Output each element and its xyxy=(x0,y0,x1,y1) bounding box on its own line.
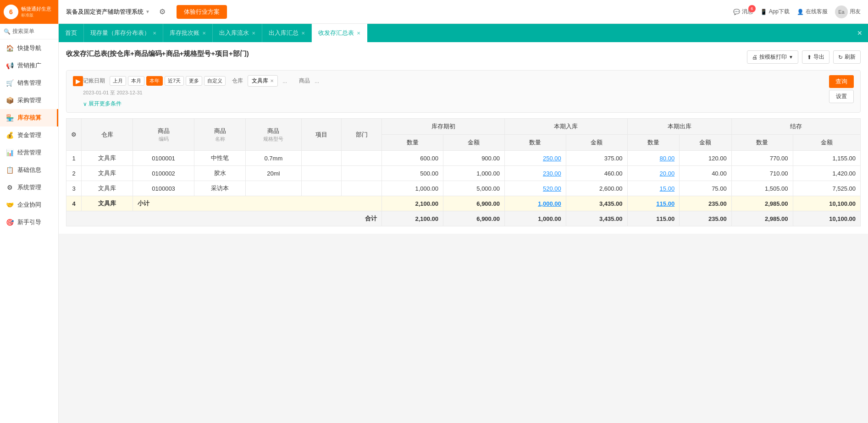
tab-close-icon[interactable]: ✕ xyxy=(357,31,360,36)
refresh-button[interactable]: ↻ 刷新 xyxy=(833,50,861,64)
sidebar-item-label: 采购管理 xyxy=(17,96,41,104)
date-btn-prev-month[interactable]: 上月 xyxy=(110,76,126,86)
search-menu-label: 搜索菜单 xyxy=(12,27,34,35)
sidebar-item-label: 库存核算 xyxy=(17,114,41,122)
table-row: 3 文具库 0100003 采访本 1,000.00 5,000.00 520.… xyxy=(66,181,861,196)
row-no: 1 xyxy=(66,151,82,166)
row-closing-qty: 710.00 xyxy=(731,166,793,181)
row-goods-name: 采访本 xyxy=(194,181,245,196)
sidebar-item-label: 资金管理 xyxy=(17,131,41,139)
messages-action[interactable]: 💬 消息 6 xyxy=(733,8,753,16)
row-opening-qty: 500.00 xyxy=(382,166,443,181)
goods-more[interactable]: ... xyxy=(315,78,319,84)
row-goods-spec xyxy=(246,181,301,196)
user-action[interactable]: Ea 用友 xyxy=(835,5,861,18)
query-button[interactable]: 查询 xyxy=(829,75,854,88)
th-group-in: 本期入库 xyxy=(504,119,627,135)
print-icon: 🖨 xyxy=(752,54,757,60)
system-title-dropdown[interactable]: 装备及固定资产辅助管理系统 ▼ xyxy=(66,8,150,16)
dropdown-arrow-icon: ▼ xyxy=(145,9,150,14)
settings-button[interactable]: ⚙ xyxy=(157,5,167,18)
th-department: 部门 xyxy=(342,119,382,151)
tab-close-icon[interactable]: ✕ xyxy=(252,31,255,36)
th-out-amt: 金额 xyxy=(680,135,732,151)
subtotal-out-amt: 235.00 xyxy=(680,196,732,211)
row-goods-name: 中性笔 xyxy=(194,151,245,166)
row-goods-name: 胶水 xyxy=(194,166,245,181)
sidebar-item-quick-nav[interactable]: 🏠 快捷导航 xyxy=(0,39,58,57)
sidebar-item-system[interactable]: ⚙ 系统管理 xyxy=(0,179,58,196)
warehouse-more[interactable]: ... xyxy=(282,78,287,84)
tab-recv-send-summary[interactable]: 收发存汇总表 ✕ xyxy=(312,24,367,42)
tab-in-out-flow[interactable]: 出入库流水 ✕ xyxy=(213,24,262,42)
refresh-icon: ↻ xyxy=(838,54,843,60)
logo-text: 畅捷通好生意 xyxy=(21,5,51,12)
sidebar-item-sales[interactable]: 🛒 销售管理 xyxy=(0,74,58,92)
row-out-qty: 80.00 xyxy=(627,151,680,166)
system-icon: ⚙ xyxy=(6,184,14,191)
row-out-amt: 120.00 xyxy=(680,151,732,166)
print-button[interactable]: 🖨 按模板打印 ▼ xyxy=(747,50,798,64)
date-range: 2023-01-01 至 2023-12-31 xyxy=(83,89,825,96)
enterprise-icon: 🤝 xyxy=(6,201,14,209)
th-warehouse: 仓库 xyxy=(82,119,133,151)
sidebar-item-label: 系统管理 xyxy=(17,183,41,192)
sidebar-item-newbie[interactable]: 🎯 新手引导 xyxy=(0,214,58,231)
trial-button[interactable]: 体验行业方案 xyxy=(177,5,227,19)
subtotal-no: 4 xyxy=(66,196,82,211)
tab-close-icon[interactable]: ✕ xyxy=(153,31,156,36)
date-btn-last7[interactable]: 近7天 xyxy=(165,76,184,86)
app-download-action[interactable]: 📱 App下载 xyxy=(760,8,790,16)
expand-more-btn[interactable]: ∨ 展开更多条件 xyxy=(83,100,122,108)
sidebar-item-inventory[interactable]: 🏪 库存核算 xyxy=(0,109,58,126)
tab-inventory-dist[interactable]: 现存量（库存分布表） ✕ xyxy=(84,24,163,42)
export-button[interactable]: ⬆ 导出 xyxy=(802,50,829,64)
sidebar-item-marketing[interactable]: 📢 营销推广 xyxy=(0,57,58,74)
tab-label: 出入库流水 xyxy=(219,29,249,37)
row-closing-amt: 1,155.00 xyxy=(793,151,860,166)
tabs-close-all[interactable]: ✕ xyxy=(851,29,868,37)
sidebar-item-finance[interactable]: 💰 资金管理 xyxy=(0,126,58,144)
sidebar-item-enterprise[interactable]: 🤝 企业协同 xyxy=(0,196,58,214)
warehouse-tag: 文具库 ✕ xyxy=(248,75,278,87)
tab-close-icon[interactable]: ✕ xyxy=(301,31,305,36)
th-out-qty: 数量 xyxy=(627,135,680,151)
sidebar-item-purchase[interactable]: 📦 采购管理 xyxy=(0,92,58,109)
row-no: 3 xyxy=(66,181,82,196)
logo-badge: 标准版 xyxy=(21,12,51,18)
sidebar-item-operations[interactable]: 📊 经营管理 xyxy=(0,144,58,161)
search-menu[interactable]: 🔍 搜索菜单 xyxy=(0,24,58,39)
row-in-qty: 250.00 xyxy=(504,151,566,166)
table-container: ⚙ 仓库 商品编码 商品名称 商品规格型号 项目 部门 库存期初 本期入库 本期… xyxy=(66,118,861,226)
main-area: 装备及固定资产辅助管理系统 ▼ ⚙ 体验行业方案 💬 消息 6 📱 App下载 … xyxy=(59,0,868,423)
avatar: Ea xyxy=(835,5,848,18)
row-warehouse: 文具库 xyxy=(82,166,133,181)
th-project: 项目 xyxy=(301,119,342,151)
date-btn-custom[interactable]: 自定义 xyxy=(204,76,226,86)
tab-home[interactable]: 首页 xyxy=(59,24,84,42)
sidebar-item-basic-info[interactable]: 📋 基础信息 xyxy=(0,161,58,179)
user-label: 用友 xyxy=(850,8,861,16)
basic-info-icon: 📋 xyxy=(6,166,14,174)
filter-main: 记账日期 上月 本月 本年 近7天 更多 自定义 仓库 xyxy=(83,75,825,108)
date-btn-more[interactable]: 更多 xyxy=(186,76,202,86)
online-service-label: 在线客服 xyxy=(806,8,828,16)
row-out-qty: 20.00 xyxy=(627,166,680,181)
row-opening-qty: 600.00 xyxy=(382,151,443,166)
inventory-icon: 🏪 xyxy=(6,114,14,121)
th-settings[interactable]: ⚙ xyxy=(66,119,82,151)
date-btn-this-year[interactable]: 本年 xyxy=(146,76,163,86)
row-project xyxy=(301,181,342,196)
row-closing-qty: 770.00 xyxy=(731,151,793,166)
filter-toggle-button[interactable]: ▶ xyxy=(73,76,83,86)
warehouse-tag-close[interactable]: ✕ xyxy=(270,78,274,83)
online-service-action[interactable]: 👤 在线客服 xyxy=(797,8,828,16)
tab-close-icon[interactable]: ✕ xyxy=(202,31,206,36)
date-btn-this-month[interactable]: 本月 xyxy=(128,76,144,86)
tab-in-out-summary[interactable]: 出入库汇总 ✕ xyxy=(262,24,312,42)
row-in-amt: 2,600.00 xyxy=(566,181,627,196)
table-settings-button[interactable]: 设置 xyxy=(829,90,854,103)
page-content: 收发存汇总表(按仓库+商品编码+商品+规格型号+项目+部门) 🖨 按模板打印 ▼… xyxy=(59,42,868,423)
tab-batch-ledger[interactable]: 库存批次账 ✕ xyxy=(163,24,213,42)
app-download-label: App下载 xyxy=(769,8,790,16)
